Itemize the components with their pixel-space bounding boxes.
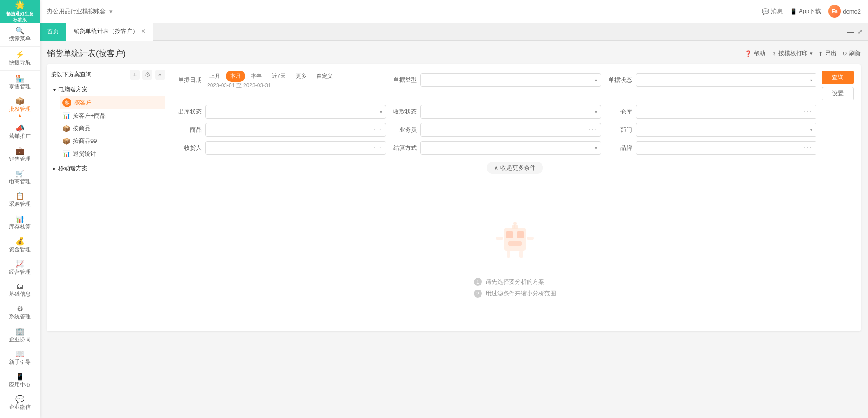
app-download-button[interactable]: 📱 App下载: [790, 7, 821, 15]
date-btn-this-year[interactable]: 本年: [247, 71, 266, 82]
date-btn-more[interactable]: 更多: [292, 71, 311, 82]
scheme-by-customer[interactable]: 客 按客户: [60, 96, 165, 109]
logo: 🌟 畅捷通好生意 标准版: [0, 0, 40, 23]
hint-num-2: 2: [474, 290, 482, 298]
filter-settle-method: 结算方式 ▾: [392, 141, 601, 155]
collapse-button[interactable]: ∧ 收起更多条件: [487, 162, 543, 174]
tree-desktop-section[interactable]: ▾ 电脑端方案: [51, 83, 165, 96]
doc-type-dropdown-icon: ▾: [595, 78, 597, 83]
tab-home[interactable]: 首页: [40, 23, 66, 41]
sidebar-item-marketing[interactable]: 📣 营销推广: [0, 120, 40, 143]
tree-mobile-section[interactable]: ▸ 移动端方案: [51, 162, 165, 175]
date-btn-custom[interactable]: 自定义: [312, 71, 337, 82]
sidebar-item-wholesale[interactable]: 📦 批发管理 ▲: [0, 93, 40, 120]
add-scheme-button[interactable]: +: [130, 70, 140, 80]
panel-header-icons: + ⚙ «: [130, 70, 165, 80]
settings-icon: ⚙: [145, 71, 151, 78]
content-area: 销货单统计表(按客户) ❓ 帮助 🖨 按模板打印 ▾ ⬆ 导出 ↻ 刷新: [40, 41, 868, 418]
date-btn-last-month[interactable]: 上月: [205, 71, 224, 82]
sidebar-item-basic-info[interactable]: 🗂 基础信息: [0, 279, 40, 301]
sidebar-item-purchase[interactable]: 📋 采购管理: [0, 188, 40, 211]
collapse-icon: «: [158, 71, 162, 78]
sidebar-item-system[interactable]: ⚙ 系统管理: [0, 301, 40, 323]
tab-maximize-icon[interactable]: ⤢: [857, 28, 863, 35]
receiver-select[interactable]: ···: [205, 141, 386, 155]
logo-icon: 🌟: [15, 0, 25, 10]
empty-hint-1: 1 请先选择要分析的方案: [474, 278, 556, 286]
refresh-button[interactable]: ↻ 刷新: [842, 49, 861, 57]
scheme-return-stat[interactable]: 📊 退货统计: [60, 147, 165, 160]
salesperson-select[interactable]: ···: [420, 123, 601, 137]
filter-doc-type: 单据类型 ▾: [392, 71, 601, 90]
sidebar-item-quick-nav[interactable]: ⚡ 快捷导航: [0, 47, 40, 71]
help-button[interactable]: ❓ 帮助: [745, 49, 765, 57]
svg-rect-2: [517, 231, 524, 238]
dept-dropdown-icon: ▾: [810, 128, 812, 133]
collapse-panel-button[interactable]: «: [155, 70, 165, 80]
sidebar-item-member[interactable]: 🎫 畅会员: [0, 414, 40, 418]
template-print-button[interactable]: 🖨 按模板打印 ▾: [771, 49, 813, 57]
salesperson-dots-icon[interactable]: ···: [589, 126, 597, 134]
empty-illustration: [492, 212, 538, 271]
sidebar-item-enterprise[interactable]: 🏢 企业协同: [0, 323, 40, 346]
sidebar-item-sales[interactable]: 💼 销售管理: [0, 143, 40, 166]
brand-select[interactable]: ···: [636, 141, 816, 155]
sidebar: 🌟 畅捷通好生意 标准版 🔍 搜索菜单 ⚡ 快捷导航 🏪 零售管理 📦 批发管理…: [0, 0, 40, 418]
receiver-dots-icon[interactable]: ···: [373, 144, 382, 152]
sidebar-item-inventory[interactable]: 📊 库存核算: [0, 211, 40, 233]
tab-close-icon[interactable]: ✕: [141, 28, 146, 34]
print-dropdown-icon[interactable]: ▾: [810, 50, 813, 57]
date-btn-this-month[interactable]: 本月: [226, 71, 245, 82]
header-right: 💬 消息 📱 App下载 Ea demo2: [762, 5, 861, 18]
dept-select[interactable]: ▾: [636, 123, 816, 137]
tab-sales-stat[interactable]: 销货单统计表（按客户） ✕: [66, 23, 153, 41]
header-dropdown-icon[interactable]: ▾: [109, 8, 113, 15]
sidebar-item-search-menu[interactable]: 🔍 搜索菜单: [0, 23, 40, 47]
date-btn-last7[interactable]: 近7天: [268, 71, 290, 82]
goods-dots-icon[interactable]: ···: [373, 126, 382, 134]
filter-area: 单据日期 上月 本月 本年 近7天 更多 自定义: [176, 71, 854, 177]
scheme-by-goods99[interactable]: 📦 按商品99: [60, 135, 165, 147]
tab-minimize-icon[interactable]: —: [847, 28, 854, 35]
content-body: 按以下方案查询 + ⚙ « ▾: [47, 64, 861, 331]
settle-method-select[interactable]: ▾: [420, 141, 601, 155]
tab-actions: — ⤢: [847, 28, 868, 35]
download-icon: 📱: [790, 8, 797, 15]
sidebar-item-finance[interactable]: 💰 资金管理: [0, 233, 40, 256]
scheme-by-goods[interactable]: 📦 按商品: [60, 122, 165, 135]
filter-brand: 品牌 ···: [607, 141, 816, 155]
sidebar-item-app-center[interactable]: 📱 应用中心: [0, 369, 40, 391]
out-status-dropdown-icon: ▾: [380, 109, 382, 114]
out-status-select[interactable]: ▾: [205, 105, 386, 119]
warehouse-select[interactable]: ···: [636, 105, 816, 119]
page-title-actions: ❓ 帮助 🖨 按模板打印 ▾ ⬆ 导出 ↻ 刷新: [745, 49, 861, 57]
user-profile[interactable]: Ea demo2: [828, 5, 861, 18]
print-icon: 🖨: [771, 50, 777, 57]
settings-button[interactable]: 设置: [822, 87, 854, 100]
message-button[interactable]: 💬 消息: [762, 7, 783, 15]
help-icon: ❓: [745, 50, 752, 57]
settings-scheme-button[interactable]: ⚙: [142, 70, 152, 80]
refresh-icon: ↻: [842, 50, 847, 57]
goods-select[interactable]: ···: [205, 123, 386, 137]
doc-status-select[interactable]: ▾: [636, 73, 816, 87]
tree-expand-icon: ▾: [53, 87, 56, 92]
payment-status-select[interactable]: ▾: [420, 105, 601, 119]
sidebar-item-enterprise-wechat[interactable]: 💬 企业微信: [0, 391, 40, 414]
warehouse-dots-icon[interactable]: ···: [804, 108, 812, 116]
query-button[interactable]: 查询: [822, 71, 854, 84]
brand-dots-icon[interactable]: ···: [804, 144, 812, 152]
export-button[interactable]: ⬆ 导出: [818, 49, 837, 57]
customer-icon: 客: [62, 98, 71, 107]
sidebar-item-operations[interactable]: 📈 经营管理: [0, 256, 40, 279]
scheme-by-customer-goods[interactable]: 📊 按客户+商品: [60, 109, 165, 122]
filter-salesperson: 业务员 ···: [392, 123, 601, 137]
empty-hints: 1 请先选择要分析的方案 2 用过滤条件来缩小分析范围: [474, 278, 556, 298]
tree-desktop-children: 客 按客户 📊 按客户+商品 📦 按商品 📦 按商品99: [51, 96, 165, 160]
sidebar-item-ecommerce[interactable]: 🛒 电商管理: [0, 166, 40, 188]
collapse-row: ∧ 收起更多条件: [176, 158, 854, 177]
sidebar-item-retail[interactable]: 🏪 零售管理: [0, 71, 40, 93]
doc-type-select[interactable]: ▾: [420, 73, 601, 87]
svg-rect-10: [519, 251, 523, 258]
sidebar-item-new-guide[interactable]: 📖 新手引导: [0, 346, 40, 369]
